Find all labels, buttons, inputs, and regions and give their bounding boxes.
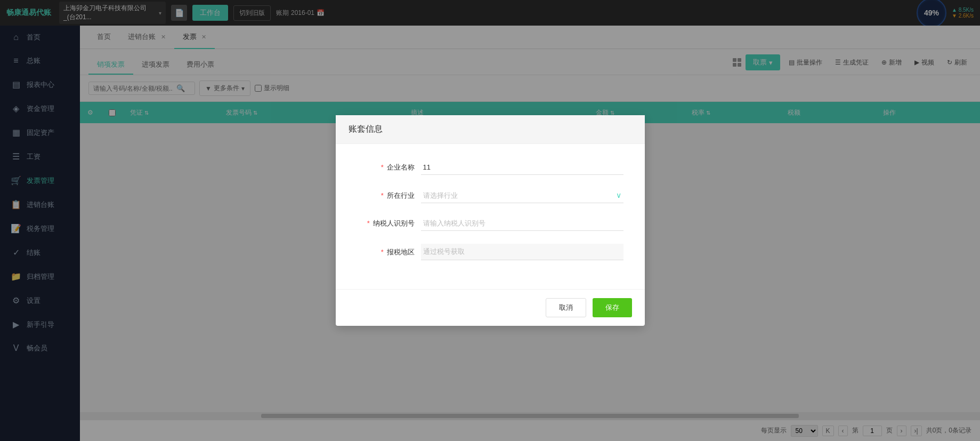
modal-overlay: 账套信息 * 企业名称 * 所在行业 请选择行业 — [0, 0, 980, 441]
industry-select[interactable]: 请选择行业 — [423, 191, 616, 199]
account-info-modal: 账套信息 * 企业名称 * 所在行业 请选择行业 — [336, 115, 645, 326]
company-name-row: * 企业名称 — [357, 160, 623, 175]
cancel-button[interactable]: 取消 — [546, 298, 586, 317]
tax-id-label: * 纳税人识别号 — [357, 219, 421, 228]
modal-title: 账套信息 — [336, 115, 645, 144]
tax-region-label: * 报税地区 — [357, 247, 421, 257]
industry-label: * 所在行业 — [357, 191, 421, 201]
tax-id-input[interactable] — [421, 216, 623, 231]
save-button[interactable]: 保存 — [593, 298, 632, 317]
tax-region-display: 通过税号获取 — [421, 244, 623, 260]
industry-row: * 所在行业 请选择行业 ∨ — [357, 188, 623, 203]
company-name-input[interactable] — [421, 160, 623, 175]
tax-region-row: * 报税地区 通过税号获取 — [357, 244, 623, 260]
industry-select-wrap[interactable]: 请选择行业 ∨ — [421, 188, 623, 203]
modal-footer: 取消 保存 — [336, 289, 645, 326]
industry-chevron-icon: ∨ — [616, 191, 621, 199]
modal-body: * 企业名称 * 所在行业 请选择行业 ∨ — [336, 144, 645, 289]
company-name-label: * 企业名称 — [357, 163, 421, 172]
tax-id-row: * 纳税人识别号 — [357, 216, 623, 231]
